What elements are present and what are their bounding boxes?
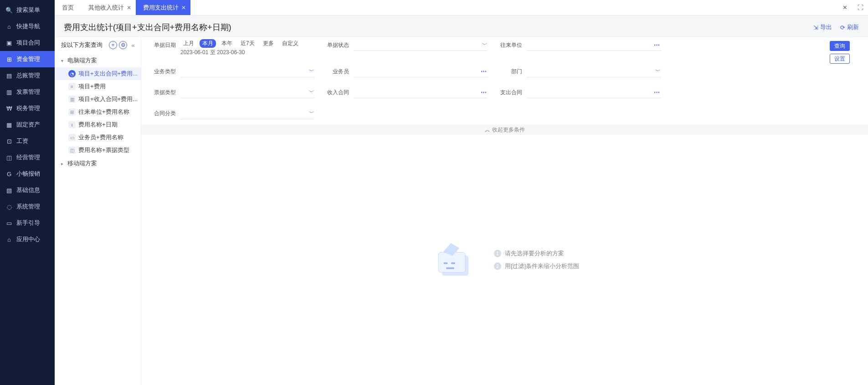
tab-close-icon[interactable]: ✕: [181, 5, 186, 11]
date-range: 2023-06-01 至 2023-06-30: [180, 49, 314, 56]
filter-contract-cat: 合同分类﹀: [150, 107, 314, 119]
export-button[interactable]: ⇲ 导出: [813, 23, 832, 31]
filter-salesman: 业务员⋯: [324, 66, 488, 77]
filter-select[interactable]: ﹀: [180, 86, 314, 98]
sidebar-item-search[interactable]: 🔍搜索菜单: [0, 2, 55, 18]
sidebar-item-salary-label: 工资: [16, 137, 28, 145]
filter-select[interactable]: ﹀: [527, 66, 661, 77]
scheme-item[interactable]: ⊞往来单位+费用名称: [55, 106, 141, 118]
scheme-item-label: 项目+收入合同+费用...: [78, 95, 138, 103]
filter-label: 部门: [497, 66, 522, 76]
sidebar-item-ledger[interactable]: ▤总账管理: [0, 67, 55, 84]
sidebar-item-salary[interactable]: ⊡工资: [0, 133, 55, 149]
sidebar-item-operation-label: 经营管理: [16, 153, 40, 162]
date-tab-上月[interactable]: 上月: [180, 39, 197, 48]
filter-billtype: 票据类型﹀: [150, 86, 314, 98]
tab-其他收入统计[interactable]: 其他收入统计✕: [81, 0, 136, 15]
sidebar-item-tax[interactable]: ₩税务管理: [0, 100, 55, 117]
scheme-panel-header: 按以下方案查询 + ⚙ «: [55, 37, 141, 53]
date-tab-更多[interactable]: 更多: [260, 39, 277, 48]
tab-label: 首页: [62, 4, 74, 12]
sidebar-item-search-label: 搜索菜单: [16, 6, 40, 14]
sidebar-item-system-label: 系统管理: [16, 203, 40, 211]
sidebar-item-project-label: 项目合同: [16, 39, 40, 47]
sidebar-item-quicknav[interactable]: ⌂快捷导航: [0, 18, 55, 35]
scheme-panel-title: 按以下方案查询: [61, 41, 103, 49]
tab-label: 其他收入统计: [88, 4, 124, 12]
scheme-item[interactable]: ≡项目+费用: [55, 80, 141, 93]
chevron-up-icon: ︽: [485, 126, 490, 134]
scheme-item-icon: ⊞: [68, 108, 76, 116]
collapse-scheme-button[interactable]: «: [129, 41, 137, 49]
sidebar-item-appcenter[interactable]: ⌂应用中心: [0, 231, 55, 248]
scheme-item[interactable]: ▭业务员+费用名称: [55, 131, 141, 144]
collapse-filters-label: 收起更多条件: [492, 126, 525, 134]
chevron-down-icon: ﹀: [309, 88, 314, 96]
sidebar-item-reimburse[interactable]: G小畅报销: [0, 166, 55, 182]
empty-state-icon: [430, 235, 480, 285]
scheme-item[interactable]: ▥项目+收入合同+费用...: [55, 93, 141, 106]
sidebar-item-project[interactable]: ▣项目合同: [0, 35, 55, 51]
date-tab-本月[interactable]: 本月: [200, 39, 216, 48]
sidebar-item-appcenter-icon: ⌂: [5, 236, 13, 243]
scheme-group-移动端方案[interactable]: ▸移动端方案: [55, 157, 141, 170]
sidebar-item-guide-icon: ▭: [5, 219, 13, 227]
fullscreen-button[interactable]: ⛶: [853, 0, 868, 15]
collapse-filters-button[interactable]: ︽ 收起更多条件: [141, 125, 868, 135]
sidebar-item-assets-label: 固定资产: [16, 121, 40, 129]
page-header: 费用支出统计(项目+支出合同+费用名称+日期) ⇲ 导出 ⟳ 刷新: [55, 15, 868, 37]
date-tabs: 上月本月本年近7天更多自定义: [180, 39, 314, 48]
add-scheme-button[interactable]: +: [109, 41, 117, 49]
chevron-down-icon: ﹀: [309, 109, 314, 117]
sidebar-item-appcenter-label: 应用中心: [16, 235, 40, 243]
sidebar-item-operation[interactable]: ◫经营管理: [0, 149, 55, 166]
sidebar-item-guide[interactable]: ▭新手引导: [0, 215, 55, 231]
query-button[interactable]: 查询: [830, 41, 850, 51]
sidebar-item-quicknav-icon: ⌂: [5, 23, 13, 30]
filter-select[interactable]: ⋯: [527, 86, 661, 98]
sidebar: 🔍搜索菜单⌂快捷导航▣项目合同⊞资金管理▤总账管理▥发票管理₩税务管理▦固定资产…: [0, 0, 55, 385]
scheme-settings-button[interactable]: ⚙: [119, 41, 127, 49]
refresh-button[interactable]: ⟳ 刷新: [840, 23, 859, 31]
date-tab-近7天[interactable]: 近7天: [238, 39, 257, 48]
filter-select[interactable]: ﹀: [180, 66, 314, 77]
empty-state: 1 请先选择要分析的方案 2 用[过滤]条件来缩小分析范围: [141, 135, 868, 385]
sidebar-item-assets[interactable]: ▦固定资产: [0, 117, 55, 133]
filter-income-contract: 收入合同⋯: [324, 86, 488, 98]
filter-select[interactable]: ⋯: [527, 39, 661, 51]
tab-费用支出统计[interactable]: 费用支出统计✕: [136, 0, 190, 15]
scheme-item[interactable]: ⫾费用名称+日期: [55, 118, 141, 131]
filter-label: 往来单位: [497, 39, 522, 49]
page-title: 费用支出统计(项目+支出合同+费用名称+日期): [64, 22, 231, 33]
scheme-tree: ▾电脑端方案◔项目+支出合同+费用...≡项目+费用▥项目+收入合同+费用...…: [55, 53, 141, 175]
filter-label: 合同分类: [150, 107, 176, 117]
sidebar-item-tax-icon: ₩: [5, 105, 13, 112]
action-column: 查询 设置: [832, 39, 859, 119]
filter-select[interactable]: ⋯: [354, 86, 488, 98]
filter-select[interactable]: ﹀: [180, 107, 314, 119]
body: 按以下方案查询 + ⚙ « ▾电脑端方案◔项目+支出合同+费用...≡项目+费用…: [55, 37, 868, 385]
date-tab-本年[interactable]: 本年: [219, 39, 235, 48]
date-tab-自定义[interactable]: 自定义: [279, 39, 301, 48]
sidebar-item-invoice[interactable]: ▥发票管理: [0, 84, 55, 100]
filter-label: 单据状态: [324, 39, 349, 49]
filter-select[interactable]: ﹀: [354, 39, 488, 51]
sidebar-item-fund[interactable]: ⊞资金管理: [0, 51, 55, 67]
filter-label: 支出合同: [497, 86, 522, 96]
sidebar-item-baseinfo[interactable]: ▧基础信息: [0, 182, 55, 198]
scheme-item[interactable]: ◫费用名称+票据类型: [55, 144, 141, 157]
tabs-bar: 首页其他收入统计✕费用支出统计✕ ✕ ⛶: [55, 0, 868, 15]
tab-close-icon[interactable]: ✕: [127, 5, 131, 11]
settings-button[interactable]: 设置: [830, 54, 850, 64]
scheme-item-label: 费用名称+日期: [78, 121, 118, 129]
filter-label: 业务员: [324, 66, 349, 76]
sidebar-item-system[interactable]: ◌系统管理: [0, 198, 55, 215]
filter-label: 单据日期: [150, 39, 176, 49]
close-all-tabs-button[interactable]: ✕: [837, 0, 853, 15]
scheme-group-电脑端方案[interactable]: ▾电脑端方案: [55, 54, 141, 67]
scheme-item[interactable]: ◔项目+支出合同+费用...: [55, 67, 141, 80]
filter-select[interactable]: ⋯: [354, 66, 488, 77]
tab-首页[interactable]: 首页: [55, 0, 81, 15]
scheme-item-icon: ◔: [68, 70, 76, 77]
sidebar-item-reimburse-icon: G: [5, 170, 13, 177]
